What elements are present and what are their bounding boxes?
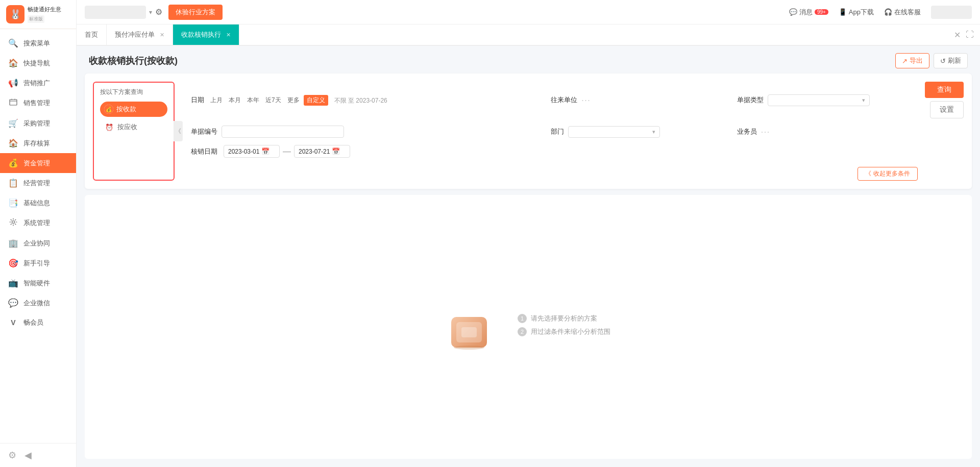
close-window-icon[interactable]: ✕	[954, 30, 961, 40]
sidebar-item-hardware[interactable]: 📺 智能硬件	[0, 273, 76, 293]
receipt-type-icon: 💰	[104, 105, 113, 114]
date-shortcuts: 上月 本月 本年 近7天 更多 自定义	[208, 95, 328, 106]
settings-gear-icon[interactable]: ⚙	[155, 7, 162, 17]
empty-hint-2: 2 用过滤条件来缩小分析范围	[518, 327, 610, 336]
home-icon: 🏠	[8, 58, 18, 68]
verify-date-end-input[interactable]: 2023-07-21 📅	[294, 145, 350, 158]
sidebar-item-system[interactable]: 系统管理	[0, 213, 76, 233]
sidebar-label-search: 搜索菜单	[23, 39, 50, 48]
dept-select[interactable]: ▾	[568, 126, 660, 138]
date-shortcut-7days[interactable]: 近7天	[263, 95, 283, 106]
sidebar: 🐰 畅捷通好生意 标准版 🔍 搜索菜单 🏠 快捷导航 📢 营销推广 销售管理 🛒…	[0, 0, 77, 467]
query-type-by-receipt[interactable]: 💰 按收款	[100, 102, 167, 117]
chevron-up-icon: 《	[865, 169, 871, 178]
tab-bar: 首页 预付冲应付单 ✕ 收款核销执行 ✕ ✕ ⛶	[77, 24, 980, 46]
date-shortcut-last-month[interactable]: 上月	[208, 95, 225, 106]
export-label: 导出	[910, 56, 923, 65]
wechat-icon: 💬	[8, 298, 18, 308]
calendar-start-icon: 📅	[261, 148, 270, 155]
tab-receipt-close-icon[interactable]: ✕	[226, 32, 231, 38]
tab-home-label: 首页	[85, 30, 98, 39]
tab-receipt[interactable]: 收款核销执行 ✕	[173, 24, 239, 45]
bill-type-select[interactable]: ▾	[768, 94, 870, 106]
sales-icon	[8, 98, 18, 108]
settings-icon[interactable]: ⚙	[8, 450, 16, 461]
sidebar-item-operations[interactable]: 📋 经营管理	[0, 173, 76, 193]
sidebar-item-quick-nav[interactable]: 🏠 快捷导航	[0, 53, 76, 73]
main-area: ▾ ⚙ 休验行业方案 💬 消息 99+ 📱 App下载 🎧 在线客服 首页	[77, 0, 980, 467]
setting-button[interactable]: 设置	[930, 101, 964, 118]
calendar-end-icon: 📅	[332, 148, 340, 155]
tab-home[interactable]: 首页	[77, 24, 107, 45]
tab-prepay[interactable]: 预付冲应付单 ✕	[107, 24, 173, 45]
sidebar-item-vip[interactable]: V 畅会员	[0, 313, 76, 332]
sidebar-item-wechat[interactable]: 💬 企业微信	[0, 293, 76, 313]
verify-end-value: 2023-07-21	[299, 148, 330, 155]
account-selector[interactable]	[85, 6, 146, 19]
collapse-sidebar-icon[interactable]: ◀	[24, 450, 32, 461]
hint-num-1: 1	[518, 314, 527, 323]
sidebar-item-inventory[interactable]: 🏠 库存核算	[0, 133, 76, 153]
search-icon: 🔍	[8, 38, 18, 48]
sidebar-item-search[interactable]: 🔍 搜索菜单	[0, 33, 76, 53]
sidebar-item-marketing[interactable]: 📢 营销推广	[0, 73, 76, 93]
staff-dots[interactable]: ···	[761, 127, 770, 137]
sidebar-item-purchase[interactable]: 🛒 采购管理	[0, 113, 76, 133]
marketing-icon: 📢	[8, 78, 18, 88]
sidebar-item-finance[interactable]: 💰 资金管理	[0, 153, 76, 173]
sidebar-label-enterprise: 企业协同	[23, 239, 50, 248]
date-shortcut-more[interactable]: 更多	[285, 95, 302, 106]
staff-label: 业务员	[737, 127, 757, 136]
enterprise-icon: 🏢	[8, 238, 18, 248]
purchase-icon: 🛒	[8, 118, 18, 128]
inventory-icon: 🏠	[8, 138, 18, 148]
solution-button[interactable]: 休验行业方案	[168, 5, 223, 20]
tab-prepay-close-icon[interactable]: ✕	[160, 32, 164, 38]
dropdown-arrow-icon[interactable]: ▾	[149, 9, 152, 16]
filter-panel: 按以下方案查询 💰 按收款 ⏰ 按应收 《	[85, 73, 972, 189]
receivable-type-icon: ⏰	[104, 122, 114, 132]
filter-date-item: 日期 上月 本月 本年 近7天 更多 自定义 不限 至 20	[191, 95, 538, 106]
date-shortcut-this-year[interactable]: 本年	[245, 95, 261, 106]
date-shortcut-custom[interactable]: 自定义	[304, 95, 328, 106]
filter-dept-item: 部门 ▾	[551, 126, 725, 138]
sidebar-item-basic-info[interactable]: 📑 基础信息	[0, 193, 76, 213]
collapse-more-button[interactable]: 《 收起更多条件	[857, 167, 918, 181]
counterpart-label: 往来单位	[551, 95, 577, 105]
bill-no-input[interactable]	[226, 128, 339, 135]
sidebar-label-system: 系统管理	[23, 218, 50, 228]
tab-actions: ✕ ⛶	[948, 24, 980, 45]
bill-no-input-wrap	[222, 126, 344, 138]
export-button[interactable]: ↗ 导出	[895, 53, 929, 68]
query-type-box: 按以下方案查询 💰 按收款 ⏰ 按应收 《	[93, 82, 175, 181]
sidebar-item-enterprise[interactable]: 🏢 企业协同	[0, 233, 76, 253]
filter-row-3: 核销日期 2023-03-01 📅 — 2023-07-21 📅	[191, 145, 964, 158]
message-item[interactable]: 💬 消息 99+	[789, 8, 828, 17]
query-type-label: 按以下方案查询	[100, 88, 167, 96]
filter-staff-item: 业务员 ···	[737, 127, 911, 137]
sidebar-item-sales[interactable]: 销售管理	[0, 93, 76, 113]
collapse-more-section: 《 收起更多条件	[191, 167, 964, 181]
online-service-item[interactable]: 🎧 在线客服	[884, 8, 921, 17]
sidebar-item-guide[interactable]: 🎯 新手引导	[0, 253, 76, 273]
date-shortcut-this-month[interactable]: 本月	[227, 95, 243, 106]
message-icon: 💬	[789, 8, 797, 16]
user-avatar[interactable]	[931, 6, 972, 19]
app-download-item[interactable]: 📱 App下载	[839, 8, 874, 17]
filter-fields: 日期 上月 本月 本年 近7天 更多 自定义 不限 至 20	[181, 82, 964, 181]
maximize-icon[interactable]: ⛶	[966, 30, 974, 39]
hint-text-1: 请先选择要分析的方案	[531, 314, 597, 323]
system-icon	[8, 218, 18, 228]
hint-num-2: 2	[518, 327, 527, 336]
bill-type-arrow-icon: ▾	[862, 97, 865, 104]
counterpart-dots[interactable]: ···	[581, 95, 591, 106]
sidebar-label-sales: 销售管理	[23, 99, 50, 108]
query-button[interactable]: 查询	[925, 82, 964, 98]
dept-label: 部门	[551, 127, 564, 136]
refresh-button[interactable]: ↺ 刷新	[934, 53, 968, 68]
query-type-by-receivable[interactable]: ⏰ 按应收	[100, 119, 167, 135]
bill-no-label: 单据编号	[191, 127, 217, 136]
query-type-receipt-label: 按收款	[116, 105, 136, 114]
verify-date-start-input[interactable]: 2023-03-01 📅	[224, 145, 280, 158]
collapse-panel-icon[interactable]: 《	[174, 121, 183, 141]
